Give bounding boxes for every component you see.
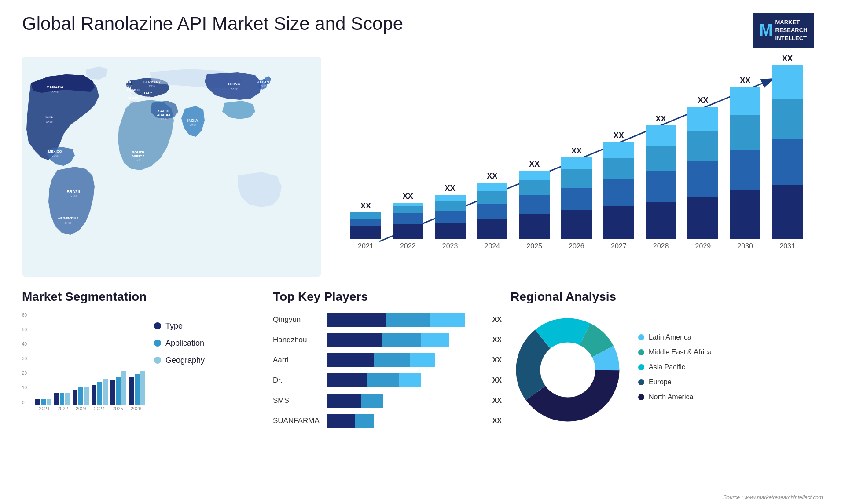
dot-latin-america <box>638 334 644 340</box>
seg-bar-2022 <box>54 313 70 405</box>
player-xx-dr: XX <box>492 376 502 384</box>
players-title: Top Key Players <box>273 290 502 304</box>
page-title: Global Ranolazine API Market Size and Sc… <box>22 13 403 34</box>
svg-text:JAPAN: JAPAN <box>257 80 269 84</box>
bar-label-2023: XX <box>445 184 456 193</box>
svg-text:xx%: xx% <box>70 194 77 198</box>
segmentation-container: Market Segmentation 0 10 20 30 40 50 60 <box>22 290 264 434</box>
player-xx-qingyun: XX <box>492 316 502 324</box>
player-xx-aarti: XX <box>492 356 502 364</box>
logo-container: M MARKET RESEARCH INTELLECT <box>744 13 823 48</box>
bar-label-2026: XX <box>571 146 582 156</box>
player-bar-hangzhou <box>327 333 484 347</box>
legend-north-america: North America <box>638 393 823 401</box>
player-bar-suanfarma <box>327 414 484 428</box>
bar-2025: XX 2025 <box>516 160 552 250</box>
bar-label-2029: XX <box>698 96 708 105</box>
player-bar-dr <box>327 373 484 387</box>
svg-text:xx%: xx% <box>149 84 154 88</box>
dot-middle-east-africa <box>638 349 644 355</box>
source-text: Source : www.marketresearchintellect.com <box>723 494 823 500</box>
seg-content: 0 10 20 30 40 50 60 <box>22 313 264 418</box>
bar-2023: XX 2023 <box>432 184 468 250</box>
svg-text:SAUDI: SAUDI <box>158 109 169 113</box>
bar-2029: XX 2029 <box>685 96 721 250</box>
svg-text:AFRICA: AFRICA <box>132 154 145 158</box>
svg-text:CHINA: CHINA <box>228 82 241 86</box>
label-north-america: North America <box>649 393 693 401</box>
legend-type: Type <box>154 321 264 331</box>
bar-2026: XX 2026 <box>558 146 595 250</box>
svg-text:SPAIN: SPAIN <box>128 96 138 100</box>
bottom-section: Market Segmentation 0 10 20 30 40 50 60 <box>22 290 823 434</box>
player-name-hangzhou: Hangzhou <box>273 336 321 344</box>
bar-label-2028: XX <box>656 114 666 124</box>
seg-bar-2025 <box>110 313 127 405</box>
seg-bar-2023 <box>73 313 89 405</box>
label-latin-america: Latin America <box>649 333 691 341</box>
legend-dot-application <box>154 340 161 347</box>
player-xx-hangzhou: XX <box>492 336 502 344</box>
legend-middle-east-africa: Middle East & Africa <box>638 348 823 356</box>
map-container: CANADA xx% U.S. xx% MEXICO xx% BRAZIL xx… <box>22 57 321 277</box>
bar-label-2021: XX <box>360 201 371 211</box>
bar-2021: XX 2021 <box>348 201 384 250</box>
svg-text:xx%: xx% <box>51 90 58 94</box>
regional-legend: Latin America Middle East & Africa Asia … <box>638 333 823 408</box>
bar-2027: XX 2027 <box>601 131 637 250</box>
player-name-sms: SMS <box>273 396 321 405</box>
logo-box: M MARKET RESEARCH INTELLECT <box>753 13 815 48</box>
bar-2031: XX 2031 <box>769 54 805 250</box>
svg-text:U.K.: U.K. <box>125 80 132 84</box>
label-asia-pacific: Asia Pacific <box>649 363 685 371</box>
svg-text:ARGENTINA: ARGENTINA <box>58 216 79 220</box>
legend-dot-type <box>154 322 161 329</box>
player-xx-suanfarma: XX <box>492 417 502 425</box>
legend-label-type: Type <box>165 321 183 331</box>
donut-svg <box>511 313 625 427</box>
x-axis: 2021 2022 2023 2024 2025 2026 <box>35 406 145 418</box>
player-row-aarti: Aarti XX <box>273 353 502 367</box>
legend-asia-pacific: Asia Pacific <box>638 363 823 371</box>
donut-chart <box>511 313 625 429</box>
svg-text:xx%: xx% <box>135 159 141 162</box>
player-row-hangzhou: Hangzhou XX <box>273 333 502 347</box>
player-row-sms: SMS XX <box>273 394 502 408</box>
legend-dot-geography <box>154 357 161 364</box>
svg-text:xx%: xx% <box>126 84 132 88</box>
player-bar-qingyun <box>327 313 484 327</box>
svg-text:FRANCE: FRANCE <box>127 88 142 92</box>
svg-text:INDIA: INDIA <box>187 118 198 123</box>
svg-text:xx%: xx% <box>131 92 137 95</box>
svg-text:MEXICO: MEXICO <box>48 150 62 153</box>
label-middle-east-africa: Middle East & Africa <box>649 348 712 356</box>
player-name-dr: Dr. <box>273 376 321 385</box>
bar-label-2031: XX <box>782 54 793 63</box>
player-row-suanfarma: SUANFARMA XX <box>273 414 502 428</box>
player-bar-aarti <box>327 353 484 367</box>
svg-text:xx%: xx% <box>161 117 166 121</box>
player-row-dr: Dr. XX <box>273 373 502 387</box>
svg-text:U.S.: U.S. <box>45 115 53 119</box>
legend-europe: Europe <box>638 378 823 386</box>
svg-text:xx%: xx% <box>189 123 196 127</box>
player-row-qingyun: Qingyun XX <box>273 313 502 327</box>
player-name-suanfarma: SUANFARMA <box>273 416 321 425</box>
svg-text:GERMANY: GERMANY <box>143 80 162 84</box>
legend-label-geography: Geography <box>165 356 205 365</box>
world-map-svg: CANADA xx% U.S. xx% MEXICO xx% BRAZIL xx… <box>22 57 321 277</box>
player-rows: Qingyun XX Hangzhou X <box>273 313 502 428</box>
svg-text:xx%: xx% <box>260 84 266 88</box>
svg-text:xx%: xx% <box>65 221 71 225</box>
svg-text:xx%: xx% <box>46 120 52 124</box>
legend-application: Application <box>154 339 264 348</box>
seg-bar-2026 <box>129 313 145 405</box>
player-xx-sms: XX <box>492 397 502 405</box>
player-bar-sms <box>327 394 484 408</box>
dot-north-america <box>638 394 644 400</box>
bar-2022: XX 2022 <box>390 192 426 250</box>
segmentation-title: Market Segmentation <box>22 290 264 304</box>
bar-2024: XX 2024 <box>474 172 510 250</box>
player-name-aarti: Aarti <box>273 356 321 365</box>
logo-m-letter: M <box>760 19 773 41</box>
